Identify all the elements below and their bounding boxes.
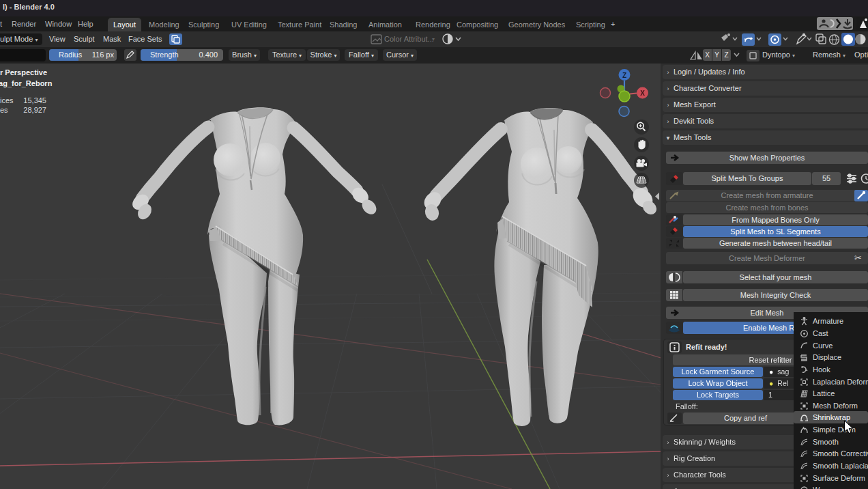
svg-text:X: X [640, 89, 645, 97]
svg-text:Z: Z [622, 72, 626, 79]
